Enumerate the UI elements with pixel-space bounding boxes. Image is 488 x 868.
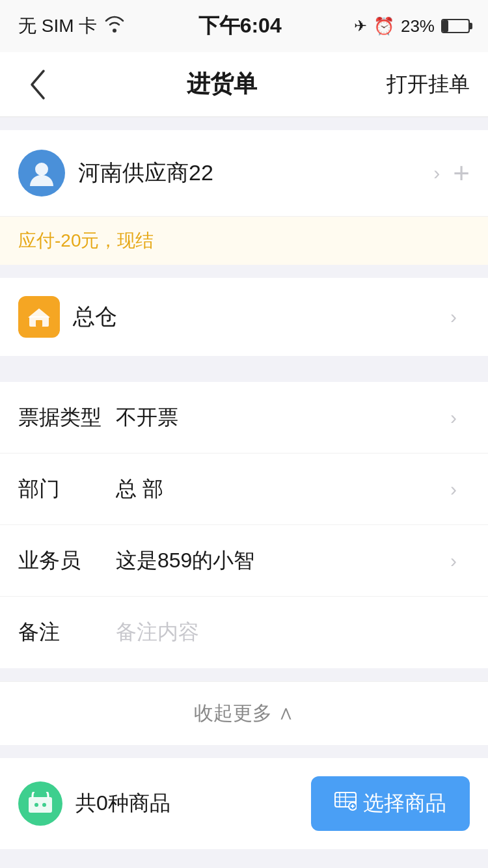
- section-gap-1: [0, 117, 488, 130]
- department-row[interactable]: 部门 总 部 ›: [0, 454, 488, 525]
- invoice-value: 不开票: [109, 403, 450, 432]
- department-chevron-icon: ›: [450, 478, 457, 500]
- warehouse-row[interactable]: 总仓 ›: [0, 278, 488, 356]
- alarm-icon: ⏰: [373, 16, 394, 36]
- invoice-label: 票据类型: [18, 403, 109, 432]
- sales-row[interactable]: 业务员 这是859的小智 ›: [0, 525, 488, 597]
- select-btn-label: 选择商品: [363, 789, 446, 818]
- section-gap-3: [0, 369, 488, 382]
- back-button[interactable]: [18, 65, 57, 104]
- svg-point-5: [42, 803, 46, 807]
- invoice-chevron-icon: ›: [450, 407, 457, 429]
- section-gap-2: [0, 265, 488, 278]
- wifi-icon: [103, 16, 126, 37]
- status-right: ✈ ⏰ 23%: [354, 16, 470, 36]
- remark-label: 备注: [18, 618, 109, 647]
- supplier-name: 河南供应商22: [78, 158, 433, 188]
- remark-input[interactable]: 备注内容: [109, 618, 470, 647]
- department-value: 总 部: [109, 475, 450, 504]
- svg-point-0: [35, 163, 48, 176]
- battery-label: 23%: [401, 16, 435, 36]
- status-bar: 无 SIM 卡 下午6:04 ✈ ⏰ 23%: [0, 0, 488, 52]
- notice-text: 应付-20元，现结: [18, 230, 154, 251]
- sales-chevron-icon: ›: [450, 550, 457, 572]
- collapse-label: 收起更多 ∧: [194, 700, 293, 727]
- svg-point-4: [34, 803, 38, 807]
- status-left: 无 SIM 卡: [18, 14, 126, 38]
- time-label: 下午6:04: [198, 12, 282, 40]
- supplier-row[interactable]: 河南供应商22 › +: [0, 130, 488, 217]
- content-fill: [0, 849, 488, 868]
- open-pending-button[interactable]: 打开挂单: [386, 70, 470, 99]
- notice-bar: 应付-20元，现结: [0, 217, 488, 265]
- warehouse-card: 总仓 ›: [0, 278, 488, 356]
- select-product-button[interactable]: 选择商品: [311, 776, 470, 831]
- collapse-row[interactable]: 收起更多 ∧: [0, 681, 488, 745]
- svg-rect-3: [29, 797, 52, 813]
- nav-bar: 进货单 打开挂单: [0, 52, 488, 117]
- page-title: 进货单: [187, 68, 257, 100]
- carrier-label: 无 SIM 卡: [18, 14, 97, 38]
- sales-value: 这是859的小智: [109, 547, 450, 575]
- bottom-bar: 共0种商品 选择商品: [0, 758, 488, 849]
- invoice-row[interactable]: 票据类型 不开票 ›: [0, 382, 488, 454]
- battery-icon: [441, 19, 470, 33]
- add-supplier-button[interactable]: +: [453, 157, 470, 189]
- cart-icon: [334, 792, 357, 816]
- supplier-chevron-icon: ›: [433, 162, 440, 184]
- form-section: 票据类型 不开票 › 部门 总 部 › 业务员 这是859的小智 › 备注 备注…: [0, 369, 488, 668]
- product-count-label: 共0种商品: [75, 789, 311, 818]
- avatar: [18, 150, 65, 197]
- svg-rect-2: [36, 320, 42, 327]
- warehouse-name: 总仓: [73, 302, 450, 332]
- supplier-card: 河南供应商22 › + 应付-20元，现结: [0, 130, 488, 265]
- sales-label: 业务员: [18, 547, 109, 575]
- remark-row[interactable]: 备注 备注内容: [0, 597, 488, 668]
- location-icon: ✈: [354, 17, 367, 35]
- department-label: 部门: [18, 475, 109, 504]
- warehouse-icon: [18, 296, 60, 338]
- warehouse-chevron-icon: ›: [450, 306, 457, 328]
- product-icon-wrap: [18, 781, 62, 826]
